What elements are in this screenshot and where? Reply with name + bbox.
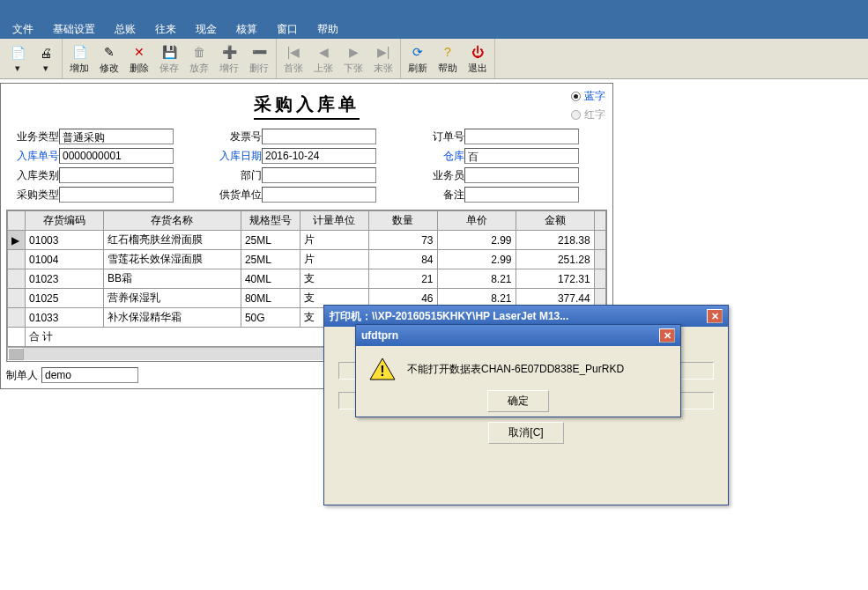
val-order[interactable] bbox=[464, 129, 579, 144]
val-maker[interactable]: demo bbox=[41, 367, 138, 383]
cell-amt[interactable]: 172.31 bbox=[516, 269, 594, 289]
radio-blue[interactable] bbox=[571, 92, 581, 101]
save-button[interactable]: 💾保存 bbox=[154, 41, 184, 77]
tool-print-dropdown[interactable]: 🖨▾ bbox=[32, 42, 60, 76]
cell-name[interactable]: 营养保湿乳 bbox=[104, 289, 241, 308]
refresh-button[interactable]: ⟳刷新 bbox=[403, 41, 433, 77]
menu-cash[interactable]: 现金 bbox=[187, 20, 226, 39]
last-button[interactable]: ▶|末张 bbox=[368, 41, 398, 77]
print-dialog-title: 打印机：\\XP-20160515KHKY\HP LaserJet M13... bbox=[330, 309, 568, 324]
lbl-inno: 入库单号 bbox=[6, 149, 59, 164]
th-spec[interactable]: 规格型号 bbox=[241, 211, 300, 231]
table-row[interactable]: 01004雪莲花长效保湿面膜25ML片842.99251.28 bbox=[8, 250, 606, 269]
cell-spec[interactable]: 80ML bbox=[241, 289, 300, 308]
cell-spec[interactable]: 40ML bbox=[241, 269, 300, 289]
val-wh[interactable]: 百 bbox=[464, 148, 579, 164]
form-grid: 业务类型 普通采购 发票号 订单号 入库单号 0000000001 入库日期 2… bbox=[6, 129, 607, 203]
val-indate[interactable]: 2016-10-24 bbox=[262, 148, 376, 164]
th-price[interactable]: 单价 bbox=[437, 211, 516, 231]
discard-button[interactable]: 🗑放弃 bbox=[184, 41, 214, 77]
delete-button[interactable]: ✕删除 bbox=[124, 41, 154, 77]
alert-message: 不能打开数据表CHAN-6E07DD838E_PurRKD bbox=[407, 362, 624, 377]
cell-code[interactable]: 01025 bbox=[26, 289, 104, 308]
menu-help[interactable]: 帮助 bbox=[308, 20, 347, 39]
val-biztype[interactable]: 普通采购 bbox=[59, 129, 174, 144]
cell-name[interactable]: BB霜 bbox=[104, 269, 241, 289]
cell-unit[interactable]: 支 bbox=[300, 269, 368, 289]
cell-spec[interactable]: 25ML bbox=[241, 231, 300, 250]
menu-acct[interactable]: 核算 bbox=[227, 20, 266, 39]
cell-unit[interactable]: 片 bbox=[300, 250, 368, 269]
val-incat[interactable] bbox=[59, 167, 174, 183]
cancel-button[interactable]: 取消[C] bbox=[488, 422, 563, 444]
row-selector[interactable] bbox=[8, 269, 26, 289]
th-code[interactable]: 存货编码 bbox=[26, 211, 104, 231]
next-button[interactable]: ▶下张 bbox=[338, 41, 368, 77]
cell-name[interactable]: 雪莲花长效保湿面膜 bbox=[104, 250, 241, 269]
cell-price[interactable]: 2.99 bbox=[437, 250, 516, 269]
cell-price[interactable]: 8.21 bbox=[437, 269, 516, 289]
row-selector[interactable] bbox=[8, 308, 26, 328]
val-invoice[interactable] bbox=[262, 129, 376, 144]
row-selector[interactable]: ▶ bbox=[8, 231, 26, 250]
close-icon[interactable]: ✕ bbox=[707, 309, 723, 323]
cell-name[interactable]: 红石榴亮肤丝滑面膜 bbox=[104, 231, 241, 250]
delrow-button[interactable]: ➖删行 bbox=[244, 41, 274, 77]
row-selector[interactable] bbox=[8, 250, 26, 269]
radio-red[interactable] bbox=[571, 110, 581, 120]
lbl-invoice: 发票号 bbox=[209, 129, 262, 144]
lbl-indate: 入库日期 bbox=[209, 149, 262, 164]
cell-amt[interactable]: 218.38 bbox=[516, 231, 594, 250]
cell-spec[interactable]: 50G bbox=[241, 308, 300, 328]
val-dept[interactable] bbox=[262, 167, 376, 183]
cell-unit[interactable]: 片 bbox=[300, 231, 368, 250]
table-row[interactable]: 01023BB霜40ML支218.21172.31 bbox=[8, 269, 606, 289]
th-amt[interactable]: 金额 bbox=[516, 211, 594, 231]
row-scroll bbox=[594, 231, 605, 250]
alert-dialog: ufdtprn ✕ ! 不能打开数据表CHAN-6E07DD838E_PurRK… bbox=[355, 324, 681, 417]
first-button[interactable]: |◀首张 bbox=[278, 41, 308, 77]
lbl-staff: 业务员 bbox=[412, 168, 464, 183]
add-button[interactable]: 📄增加 bbox=[64, 41, 94, 77]
menu-window[interactable]: 窗口 bbox=[268, 20, 307, 39]
cell-qty[interactable]: 73 bbox=[368, 231, 437, 250]
val-supplier[interactable] bbox=[262, 187, 376, 203]
alert-dialog-title-bar[interactable]: ufdtprn ✕ bbox=[356, 325, 680, 346]
val-remark[interactable] bbox=[464, 187, 579, 203]
cell-code[interactable]: 01023 bbox=[26, 269, 104, 289]
close-icon[interactable]: ✕ bbox=[659, 328, 675, 343]
th-qty[interactable]: 数量 bbox=[368, 211, 437, 231]
cell-price[interactable]: 2.99 bbox=[437, 231, 516, 250]
val-staff[interactable] bbox=[464, 167, 579, 183]
lbl-maker: 制单人 bbox=[6, 368, 38, 383]
th-name[interactable]: 存货名称 bbox=[104, 211, 241, 231]
menu-ledger[interactable]: 总账 bbox=[106, 20, 145, 39]
lbl-incat: 入库类别 bbox=[6, 168, 59, 183]
cell-amt[interactable]: 251.28 bbox=[516, 250, 594, 269]
menu-ar[interactable]: 往来 bbox=[146, 20, 185, 39]
cell-code[interactable]: 01003 bbox=[26, 231, 104, 250]
addrow-button[interactable]: ➕增行 bbox=[214, 41, 244, 77]
cell-qty[interactable]: 21 bbox=[368, 269, 437, 289]
cell-code[interactable]: 01004 bbox=[26, 250, 104, 269]
menu-file[interactable]: 文件 bbox=[4, 20, 42, 39]
edit-button[interactable]: ✎修改 bbox=[94, 41, 124, 77]
cell-spec[interactable]: 25ML bbox=[241, 250, 300, 269]
menu-base[interactable]: 基础设置 bbox=[44, 20, 104, 39]
cell-name[interactable]: 补水保湿精华霜 bbox=[104, 308, 241, 328]
table-row[interactable]: ▶01003红石榴亮肤丝滑面膜25ML片732.99218.38 bbox=[8, 231, 606, 250]
tool-doc-dropdown[interactable]: 📄▾ bbox=[4, 42, 32, 76]
help-button[interactable]: ?帮助 bbox=[433, 41, 463, 77]
radio-blue-label: 蓝字 bbox=[584, 89, 605, 104]
val-inno[interactable]: 0000000001 bbox=[59, 148, 174, 164]
row-selector[interactable] bbox=[8, 289, 26, 308]
exit-button[interactable]: ⏻退出 bbox=[463, 41, 493, 77]
row-scroll bbox=[594, 250, 605, 269]
lbl-dept: 部门 bbox=[209, 168, 262, 183]
th-unit[interactable]: 计量单位 bbox=[300, 211, 368, 231]
cell-qty[interactable]: 84 bbox=[368, 250, 437, 269]
prev-button[interactable]: ◀上张 bbox=[308, 41, 338, 77]
ok-button[interactable]: 确定 bbox=[487, 390, 549, 412]
val-potype[interactable] bbox=[59, 187, 174, 203]
cell-code[interactable]: 01033 bbox=[26, 308, 104, 328]
